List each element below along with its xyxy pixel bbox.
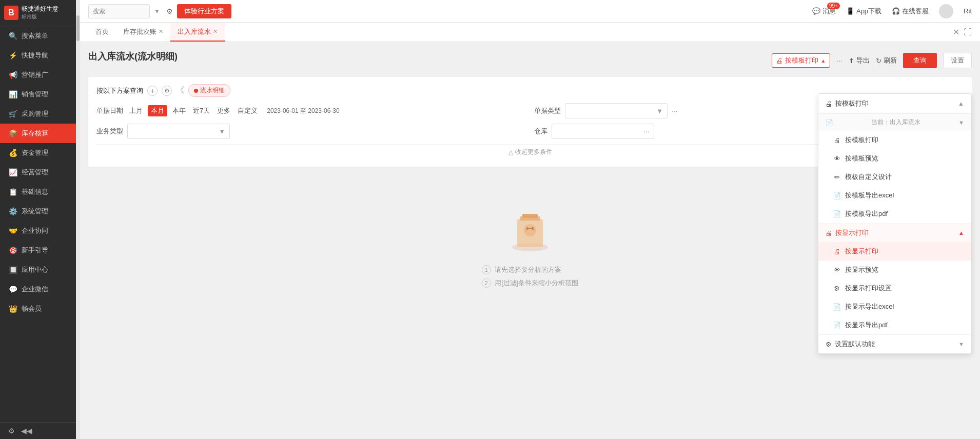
tab-home[interactable]: 首页: [88, 23, 116, 42]
app-title-group: 畅捷通好生意 标准版: [22, 5, 58, 21]
settings-btn[interactable]: 设置: [943, 53, 972, 68]
sidebar-settings-icon[interactable]: ⚙: [8, 427, 15, 435]
user-name: Rit: [964, 7, 972, 15]
warehouse-more-icon[interactable]: ···: [643, 127, 650, 135]
query-btn[interactable]: 查询: [903, 53, 937, 68]
display-pdf-icon: 📄: [833, 321, 841, 329]
app-download-icon: 📱: [846, 7, 854, 15]
dropdown-item-display-export-pdf[interactable]: 📄 按显示导出pdf: [818, 316, 971, 334]
filter-business-type-field: 业务类型 ▼: [96, 124, 526, 139]
dropdown-footer-label: 设置默认功能: [835, 340, 875, 349]
template-print-label: 按模板打印: [845, 135, 878, 145]
sidebar-item-label: 库存核算: [22, 129, 48, 138]
refresh-icon: ↻: [876, 57, 881, 65]
print-template-btn[interactable]: 🖨 按模板打印 ▲: [772, 53, 830, 68]
date-option-custom[interactable]: 自定义: [236, 105, 260, 116]
message-btn[interactable]: 💬 消息 99+: [812, 7, 836, 16]
dropdown-template-title: 🖨 按模板打印: [826, 99, 869, 108]
dropdown-item-display-export-excel[interactable]: 📄 按显示导出excel: [818, 297, 971, 316]
refresh-btn[interactable]: ↻ 刷新: [876, 56, 897, 65]
footer-arrow: ▼: [958, 341, 964, 347]
tab-flow[interactable]: 出入库流水 ✕: [170, 23, 225, 42]
search-icon: 🔍: [8, 31, 17, 41]
sidebar-item-operation[interactable]: 📈 经营管理: [0, 163, 76, 182]
dropdown-display-title: 🖨 按显示打印: [826, 228, 869, 237]
sidebar-item-sales[interactable]: 📊 销售管理: [0, 85, 76, 104]
topbar-search-dropdown-icon[interactable]: ▼: [154, 8, 160, 15]
online-service-btn[interactable]: 🎧 在线客服: [892, 7, 929, 16]
sidebar-item-enterprise[interactable]: 🤝 企业协同: [0, 221, 76, 241]
sidebar-item-purchase[interactable]: 🛒 采购管理: [0, 104, 76, 124]
tab-batch-close-icon[interactable]: ✕: [159, 28, 163, 35]
filter-doc-type-label: 单据类型: [534, 106, 561, 115]
filter-doc-type-select[interactable]: ▼: [565, 103, 668, 118]
dropdown-footer[interactable]: ⚙ 设置默认功能 ▼: [818, 334, 971, 353]
date-option-prev-month[interactable]: 上月: [127, 105, 145, 116]
tabs-bar: 首页 库存批次账 ✕ 出入库流水 ✕ ✕ ⛶: [80, 23, 980, 42]
filter-business-type-select[interactable]: ▼: [127, 124, 230, 139]
template-customize-icon: ✏: [833, 173, 841, 181]
sidebar-item-system[interactable]: ⚙️ 系统管理: [0, 202, 76, 221]
dropdown-item-display-print-settings[interactable]: ⚙ 按显示打印设置: [818, 279, 971, 297]
basic-icon: 📋: [8, 187, 17, 196]
filter-add-btn[interactable]: +: [147, 86, 158, 96]
sidebar-scrollbar[interactable]: [76, 0, 80, 439]
sidebar-item-member[interactable]: 👑 畅会员: [0, 299, 76, 318]
dropdown-item-template-customize[interactable]: ✏ 模板自定义设计: [818, 168, 971, 186]
display-print-settings-label: 按显示打印设置: [845, 284, 892, 293]
tab-flow-close-icon[interactable]: ✕: [213, 28, 218, 35]
dropdown-item-template-preview[interactable]: 👁 按模板预览: [818, 149, 971, 168]
sidebar-item-inventory[interactable]: 📦 库存核算: [0, 124, 76, 143]
window-maximize-icon[interactable]: ⛶: [964, 28, 972, 37]
system-icon: ⚙️: [8, 207, 17, 216]
user-avatar[interactable]: [939, 4, 953, 18]
date-option-current-month[interactable]: 本月: [148, 105, 167, 116]
dots-btn[interactable]: ···: [836, 56, 842, 65]
doc-type-more-icon[interactable]: ···: [672, 107, 678, 115]
sidebar-item-basic[interactable]: 📋 基础信息: [0, 182, 76, 202]
window-close-icon[interactable]: ✕: [953, 27, 959, 37]
display-preview-icon: 👁: [833, 266, 841, 274]
sidebar-item-apps[interactable]: 🔲 应用中心: [0, 260, 76, 280]
filter-collapse-icon[interactable]: 《: [176, 85, 184, 96]
app-download-btn[interactable]: 📱 App下载: [846, 7, 881, 16]
filter-settings-btn[interactable]: ⚙: [162, 86, 172, 96]
dropdown-item-display-print[interactable]: 🖨 按显示打印: [818, 242, 971, 261]
printer-header-icon: 🖨: [826, 100, 832, 108]
topbar-right: 💬 消息 99+ 📱 App下载 🎧 在线客服 Rit: [812, 4, 972, 18]
sidebar-item-wechat[interactable]: 💬 企业微信: [0, 280, 76, 299]
dropdown-template-header[interactable]: 🖨 按模板打印 ▲: [818, 94, 971, 114]
empty-hint: 1 请先选择要分析的方案 2 用[过滤]条件来缩小分析范围: [482, 263, 579, 290]
dropdown-item-template-export-excel[interactable]: 📄 按模板导出excel: [818, 186, 971, 205]
tab-batch[interactable]: 库存批次账 ✕: [116, 23, 170, 42]
export-btn[interactable]: ⬆ 导出: [849, 56, 870, 65]
dropdown-display-header[interactable]: 🖨 按显示打印 ▲: [818, 224, 971, 242]
topbar-search-input[interactable]: [88, 4, 150, 18]
dropdown-template-arrow: ▲: [958, 100, 964, 107]
sidebar-collapse-icon[interactable]: ◀◀: [21, 427, 32, 435]
empty-hint-2: 2 用[过滤]条件来缩小分析范围: [482, 276, 579, 290]
sidebar-item-guide[interactable]: 🎯 新手引导: [0, 241, 76, 260]
headset-icon: 🎧: [892, 7, 900, 15]
date-option-current-year[interactable]: 本年: [170, 105, 188, 116]
template-export-pdf-label: 按模板导出pdf: [845, 209, 888, 218]
dropdown-item-display-preview[interactable]: 👁 按显示预览: [818, 261, 971, 279]
sidebar-item-finance[interactable]: 💰 资金管理: [0, 143, 76, 163]
trial-btn[interactable]: 体验行业方案: [177, 4, 231, 18]
topbar-settings-icon[interactable]: ⚙: [166, 7, 173, 15]
filter-active-tag[interactable]: 流水明细: [188, 84, 230, 97]
filter-date-label: 单据日期: [96, 106, 123, 115]
sidebar-item-label: 营销推广: [22, 70, 48, 79]
filter-warehouse-input[interactable]: ···: [552, 124, 654, 139]
online-service-label: 在线客服: [902, 7, 929, 16]
sidebar-item-quick-nav[interactable]: ⚡ 快捷导航: [0, 46, 76, 65]
app-logo: B: [4, 6, 18, 20]
date-option-more[interactable]: 更多: [215, 105, 232, 116]
dropdown-item-template-print[interactable]: 🖨 按模板打印: [818, 131, 971, 149]
empty-hint-1: 1 请先选择要分析的方案: [482, 263, 579, 276]
display-export-pdf-label: 按显示导出pdf: [845, 321, 888, 330]
dropdown-item-template-export-pdf[interactable]: 📄 按模板导出pdf: [818, 205, 971, 223]
sidebar-item-marketing[interactable]: 📢 营销推广: [0, 65, 76, 85]
date-option-last-7-days[interactable]: 近7天: [191, 105, 212, 116]
sidebar-item-search[interactable]: 🔍 搜索菜单: [0, 26, 76, 46]
